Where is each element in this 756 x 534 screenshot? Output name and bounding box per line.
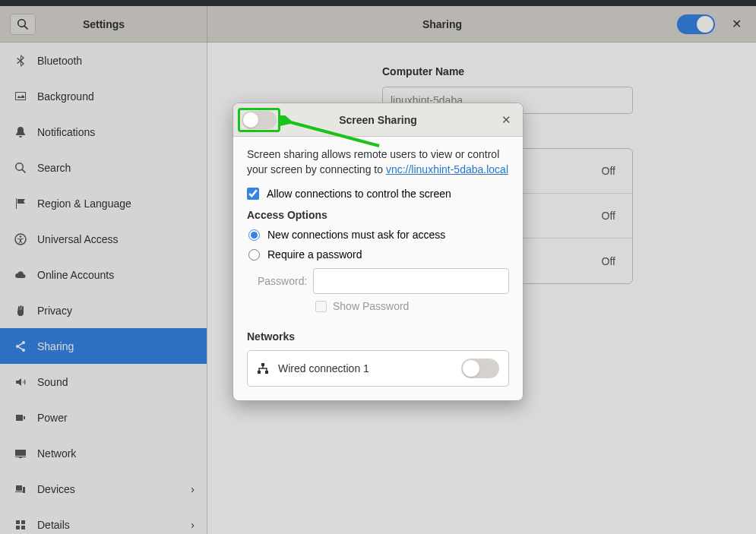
radio-password-row: Require a password [247,248,509,261]
radio-password-label: Require a password [267,248,362,261]
wired-network-icon [257,362,269,374]
password-label: Password: [258,275,307,287]
access-options-title: Access Options [247,209,509,221]
show-password-label: Show Password [333,300,409,312]
vnc-link[interactable]: vnc://linuxhint-5daba.local [386,163,508,175]
allow-control-checkbox[interactable] [247,188,259,200]
dialog-header: Screen Sharing ✕ [233,103,523,137]
dialog-description: Screen sharing allows remote users to vi… [247,147,509,177]
network-toggle[interactable] [461,359,499,378]
password-row: Password: [247,268,509,294]
screen-sharing-toggle[interactable] [242,111,277,129]
svg-rect-11 [265,371,268,374]
show-password-checkbox[interactable] [315,301,327,312]
password-input[interactable] [313,268,509,294]
radio-ask-row: New connections must ask for access [247,229,509,241]
svg-rect-10 [258,371,261,374]
network-row: Wired connection 1 [247,350,509,387]
radio-ask-label: New connections must ask for access [267,229,445,241]
dialog-body: Screen sharing allows remote users to vi… [233,137,523,400]
annotation-highlight [238,108,280,132]
network-name: Wired connection 1 [278,362,369,374]
radio-require-password[interactable] [248,249,260,261]
radio-ask-access[interactable] [248,229,260,241]
allow-control-row: Allow connections to control the screen [247,188,509,200]
close-icon: ✕ [501,113,511,127]
screen-sharing-dialog: Screen Sharing ✕ Screen sharing allows r… [232,103,524,401]
svg-rect-9 [261,363,264,366]
show-password-row: Show Password [315,300,509,312]
networks-title: Networks [247,330,509,343]
allow-control-label: Allow connections to control the screen [267,188,451,200]
dialog-close-button[interactable]: ✕ [497,111,515,129]
